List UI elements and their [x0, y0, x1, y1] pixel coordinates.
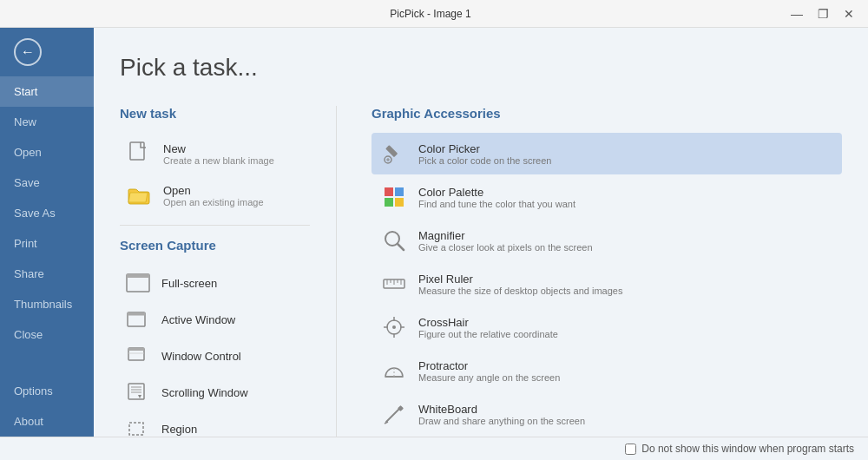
sidebar-item-share[interactable]: Share — [0, 259, 94, 289]
svg-point-43 — [392, 325, 396, 329]
sidebar-item-save[interactable]: Save — [0, 168, 94, 198]
sidebar-item-open[interactable]: Open — [0, 137, 94, 168]
new-file-icon — [125, 140, 153, 168]
sidebar: ← Start New Open Save Save As Print Shar… — [0, 28, 94, 437]
sidebar-item-options[interactable]: Options — [0, 376, 94, 406]
svg-rect-4 — [128, 312, 145, 316]
titlebar-controls: — ❐ ✕ — [785, 2, 861, 26]
fullscreen-icon — [125, 270, 151, 296]
capture-item-window-control[interactable]: Window Control — [120, 338, 310, 374]
accessory-item-color-palette[interactable]: Color Palette Find and tune the color th… — [372, 176, 842, 218]
sidebar-item-save-as[interactable]: Save As — [0, 198, 94, 228]
capture-item-scrolling-window[interactable]: Scrolling Window — [120, 374, 310, 411]
svg-rect-26 — [385, 187, 393, 196]
right-column: Graphic Accessories Color Picker Pick — [372, 106, 842, 437]
svg-line-31 — [398, 244, 404, 250]
no-show-label[interactable]: Do not show this window when program sta… — [625, 443, 854, 455]
accessory-name-color-picker: Color Picker — [418, 142, 551, 155]
back-icon: ← — [21, 44, 35, 60]
no-show-text: Do not show this window when program sta… — [641, 443, 854, 455]
task-name-new: New — [163, 142, 274, 155]
accessory-desc-whiteboard: Draw and share anything on the screen — [418, 416, 585, 426]
task-text-open: Open Open an existing image — [163, 184, 264, 207]
close-window-button[interactable]: ✕ — [837, 2, 861, 26]
accessory-text-color-palette: Color Palette Find and tune the color th… — [418, 186, 575, 209]
bottom-bar: Do not show this window when program sta… — [0, 437, 868, 460]
accessory-name-whiteboard: WhiteBoard — [418, 403, 585, 416]
capture-name-scrolling-window: Scrolling Window — [161, 386, 248, 399]
accessory-item-magnifier[interactable]: Magnifier Give a closer look at pixels o… — [372, 220, 842, 261]
svg-rect-8 — [128, 384, 144, 399]
accessory-desc-color-picker: Pick a color code on the screen — [418, 155, 551, 166]
open-folder-icon — [125, 181, 153, 209]
sidebar-nav: Start New Open Save Save As Print Share … — [0, 76, 94, 437]
minimize-button[interactable]: — — [785, 2, 809, 26]
capture-name-region: Region — [161, 423, 197, 436]
svg-rect-6 — [128, 348, 144, 351]
accessory-text-magnifier: Magnifier Give a closer look at pixels o… — [418, 229, 593, 253]
no-show-checkbox[interactable] — [625, 444, 636, 455]
sidebar-item-about[interactable]: About — [0, 406, 94, 437]
svg-rect-28 — [385, 198, 393, 207]
capture-name-window-control: Window Control — [161, 350, 241, 363]
crosshair-icon — [382, 315, 406, 339]
sidebar-item-new[interactable]: New — [0, 107, 94, 137]
left-column: New task New Create a new blank image — [120, 106, 337, 437]
accessory-item-protractor[interactable]: Protractor Measure any angle on the scre… — [372, 350, 842, 391]
capture-name-fullscreen: Full-screen — [161, 277, 217, 290]
accessory-item-crosshair[interactable]: CrossHair Figure out the relative coordi… — [372, 306, 842, 348]
accessory-item-pixel-ruler[interactable]: Pixel Ruler Measure the size of desktop … — [372, 263, 842, 305]
accessory-text-protractor: Protractor Measure any angle on the scre… — [418, 359, 560, 383]
titlebar: PicPick - Image 1 — ❐ ✕ — [0, 0, 868, 28]
accessory-desc-pixel-ruler: Measure the size of desktop objects and … — [418, 286, 622, 296]
titlebar-title: PicPick - Image 1 — [76, 8, 785, 20]
accessory-text-crosshair: CrossHair Figure out the relative coordi… — [418, 316, 558, 339]
svg-rect-13 — [129, 423, 143, 435]
sidebar-item-print[interactable]: Print — [0, 228, 94, 259]
restore-button[interactable]: ❐ — [811, 2, 835, 26]
graphic-accessories-title: Graphic Accessories — [372, 106, 842, 121]
accessory-item-color-picker[interactable]: Color Picker Pick a color code on the sc… — [372, 133, 842, 174]
task-desc-new: Create a new blank image — [163, 155, 274, 166]
screen-capture-section-title: Screen Capture — [120, 238, 310, 253]
back-button[interactable]: ← — [14, 38, 42, 66]
accessory-desc-magnifier: Give a closer look at pixels on the scre… — [418, 242, 593, 253]
main-content: Pick a task... New task New Create a ne — [94, 28, 868, 437]
accessory-name-color-palette: Color Palette — [418, 186, 575, 199]
task-name-open: Open — [163, 184, 264, 197]
accessory-name-pixel-ruler: Pixel Ruler — [418, 273, 622, 286]
capture-item-fullscreen[interactable]: Full-screen — [120, 265, 310, 301]
accessory-desc-crosshair: Figure out the relative coordinate — [418, 329, 558, 339]
color-palette-icon — [382, 185, 406, 209]
window-control-icon — [125, 343, 151, 369]
sidebar-item-start[interactable]: Start — [0, 76, 94, 107]
section-divider — [120, 225, 310, 226]
whiteboard-icon — [382, 402, 406, 426]
accessory-text-whiteboard: WhiteBoard Draw and share anything on th… — [418, 403, 585, 426]
svg-line-46 — [386, 408, 400, 422]
active-window-icon — [125, 306, 151, 332]
task-text-new: New Create a new blank image — [163, 142, 274, 166]
accessory-item-whiteboard[interactable]: WhiteBoard Draw and share anything on th… — [372, 393, 842, 435]
sidebar-item-close[interactable]: Close — [0, 319, 94, 350]
svg-rect-2 — [127, 274, 149, 278]
region-icon — [125, 416, 151, 437]
sidebar-item-thumbnails[interactable]: Thumbnails — [0, 289, 94, 319]
sidebar-back: ← — [0, 28, 94, 76]
protractor-icon — [382, 358, 406, 383]
capture-item-active-window[interactable]: Active Window — [120, 301, 310, 338]
app-body: ← Start New Open Save Save As Print Shar… — [0, 28, 868, 437]
page-title: Pick a task... — [120, 54, 842, 82]
svg-rect-29 — [395, 198, 404, 207]
svg-line-48 — [385, 422, 388, 424]
svg-rect-27 — [395, 187, 404, 196]
task-item-open[interactable]: Open Open an existing image — [120, 174, 310, 216]
accessory-name-magnifier: Magnifier — [418, 229, 593, 242]
svg-rect-22 — [385, 145, 398, 157]
task-item-new[interactable]: New Create a new blank image — [120, 133, 310, 174]
capture-item-region[interactable]: Region — [120, 411, 310, 437]
pixel-ruler-icon — [382, 272, 406, 296]
svg-marker-12 — [138, 395, 141, 398]
accessory-text-pixel-ruler: Pixel Ruler Measure the size of desktop … — [418, 273, 622, 296]
accessory-desc-protractor: Measure any angle on the screen — [418, 372, 560, 383]
